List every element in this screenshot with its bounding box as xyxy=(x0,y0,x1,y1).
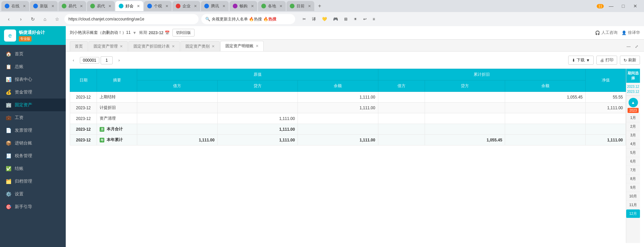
refresh-icon: ↻ xyxy=(624,58,627,63)
next-page-btn[interactable]: › xyxy=(115,57,123,64)
menu-icon-btn[interactable]: ≡ xyxy=(371,14,377,24)
browser-tab-2[interactable]: 易代 ✕ xyxy=(58,1,86,11)
game-icon-btn[interactable]: 🎮 xyxy=(331,14,340,24)
tab-close-7[interactable]: ✕ xyxy=(222,4,225,8)
home-btn[interactable]: ⌂ xyxy=(40,14,50,24)
sidebar-item-archive[interactable]: 🗂️ 归档管理 xyxy=(0,175,66,188)
tab-close-5[interactable]: ✕ xyxy=(165,4,168,8)
page-tab-detail[interactable]: 固定资产明细账 ✕ xyxy=(220,41,264,51)
period-month-2[interactable]: 2月 xyxy=(626,122,640,131)
browser-tab-4[interactable]: 好会 ✕ xyxy=(115,1,143,11)
browser-tab-0[interactable]: 在线 ✕ xyxy=(1,1,29,11)
tab-close-1[interactable]: ✕ xyxy=(51,4,54,8)
tab-label-4: 好会 xyxy=(125,3,133,9)
company-selector[interactable]: 刘小艳演示账套（勿删勿动！）11 ▼ xyxy=(70,30,137,36)
tab-close-8[interactable]: ✕ xyxy=(251,4,254,8)
sidebar-item-settings[interactable]: ⚙️ 设置 xyxy=(0,188,66,200)
page-tab-bar: 首页 固定资产管理 ✕ 固定资产折旧统计表 ✕ 固定资产类别 ✕ 固定资产明细账… xyxy=(66,40,644,52)
translate-icon-btn[interactable]: 译 xyxy=(310,14,318,24)
browser-tab-9[interactable]: 各地 ✕ xyxy=(258,1,286,11)
expand-icon[interactable]: ⤢ xyxy=(633,43,640,50)
browser-tab-10[interactable]: 目前 ✕ xyxy=(286,1,314,11)
sidebar-item-ledger[interactable]: 📋 总账 xyxy=(0,60,66,73)
tab-close-2[interactable]: ✕ xyxy=(80,4,83,8)
tab-bar: 在线 ✕ 新版 ✕ 易代 ✕ 易代 ✕ 好会 ✕ 个税 ✕ xyxy=(0,0,644,12)
address-input[interactable] xyxy=(64,14,199,24)
sidebar-label-settings: 设置 xyxy=(15,191,23,197)
browser-tab-8[interactable]: 畅购 ✕ xyxy=(229,1,257,11)
period-month-8[interactable]: 8月 xyxy=(626,175,640,183)
page-tab-depreciation-close[interactable]: ✕ xyxy=(172,44,175,49)
sidebar-item-guide[interactable]: 🎯 新手引导 xyxy=(0,200,66,213)
page-tab-assets-mgmt-close[interactable]: ✕ xyxy=(120,44,123,49)
browser-tab-6[interactable]: 企业 ✕ xyxy=(172,1,200,11)
page-tab-detail-close[interactable]: ✕ xyxy=(256,44,259,48)
maximize-btn[interactable]: □ xyxy=(619,1,628,11)
page-tab-depreciation-label: 固定资产折旧统计表 xyxy=(133,44,170,49)
period-month-11[interactable]: 11月 xyxy=(626,201,640,209)
wallet-icon-btn[interactable]: 💛 xyxy=(320,14,329,24)
page-tab-category-label: 固定资产类别 xyxy=(185,44,210,49)
browser-tab-3[interactable]: 易代 ✕ xyxy=(87,1,115,11)
scissors-icon-btn[interactable]: ✂ xyxy=(301,14,308,24)
bookmark-btn[interactable]: ☆ xyxy=(52,14,62,24)
service-btn[interactable]: 🎧 人工咨询 xyxy=(595,30,618,36)
tab-close-6[interactable]: ✕ xyxy=(194,4,197,8)
service-label: 人工咨询 xyxy=(601,30,618,36)
period-month-9[interactable]: 9月 xyxy=(626,183,640,192)
reload-btn[interactable]: ↻ xyxy=(28,14,38,24)
browser-tab-5[interactable]: 个税 ✕ xyxy=(144,1,172,11)
year-badge[interactable]: 2023 xyxy=(628,108,639,113)
sidebar-item-reports[interactable]: 📊 报表中心 xyxy=(0,73,66,86)
sidebar-item-payroll[interactable]: 💼 工资 xyxy=(0,111,66,124)
theme-icon-btn[interactable]: ☀ xyxy=(352,14,359,24)
period-month-5[interactable]: 5月 xyxy=(626,148,640,157)
tab-close-3[interactable]: ✕ xyxy=(108,4,111,8)
page-tab-assets-mgmt[interactable]: 固定资产管理 ✕ xyxy=(89,41,128,51)
minimize-btn[interactable]: — xyxy=(606,1,616,11)
print-btn[interactable]: 🖨 打印 xyxy=(596,56,617,65)
page-tab-category[interactable]: 固定资产类别 ✕ xyxy=(180,41,220,51)
refresh-btn[interactable]: ↻ 刷新 xyxy=(620,56,640,65)
back-btn[interactable]: ‹ xyxy=(4,14,13,24)
sidebar-item-close[interactable]: ✅ 结账 xyxy=(0,162,66,175)
cell-dep-debit-2 xyxy=(378,113,425,124)
tab-close-0[interactable]: ✕ xyxy=(23,4,26,8)
switch-to-old-btn[interactable]: 切到旧版 xyxy=(172,29,195,37)
close-browser-btn[interactable]: ✕ xyxy=(631,1,640,11)
page-tab-category-close[interactable]: ✕ xyxy=(212,44,215,49)
grid-icon-btn[interactable]: ⊞ xyxy=(342,14,350,24)
sidebar-item-assets[interactable]: 🏢 固定资产 xyxy=(0,99,66,111)
prev-page-btn[interactable]: ‹ xyxy=(70,57,77,64)
new-tab-button[interactable]: + xyxy=(315,1,324,11)
tab-close-4[interactable]: ✕ xyxy=(137,4,140,8)
period-month-7[interactable]: 7月 xyxy=(626,166,640,175)
tab-close-9[interactable]: ✕ xyxy=(279,4,282,8)
user-icon: 👤 xyxy=(622,30,627,35)
sidebar-item-invoice[interactable]: 📄 发票管理 xyxy=(0,124,66,137)
period-month-1[interactable]: 1月 xyxy=(626,114,640,122)
collapse-icon[interactable]: — xyxy=(625,43,632,50)
period-month-4[interactable]: 4月 xyxy=(626,140,640,148)
period-month-6[interactable]: 6月 xyxy=(626,157,640,166)
tab-close-10[interactable]: ✕ xyxy=(308,4,311,8)
download-btn[interactable]: ⬇ 下载 ▼ xyxy=(568,56,594,65)
sidebar-item-home[interactable]: 🏠 首页 xyxy=(0,48,66,60)
period-month-12[interactable]: 12月 xyxy=(626,209,640,218)
browser-tab-1[interactable]: 新版 ✕ xyxy=(30,1,58,11)
sidebar-item-cash[interactable]: 💰 资金管理 xyxy=(0,86,66,99)
forward-btn[interactable]: › xyxy=(16,14,25,24)
page-tab-depreciation[interactable]: 固定资产折旧统计表 ✕ xyxy=(128,41,180,51)
period-month-3[interactable]: 3月 xyxy=(626,131,640,140)
notification-badge[interactable]: 11 xyxy=(597,4,604,8)
page-number-input[interactable] xyxy=(101,56,113,64)
period-month-10[interactable]: 10月 xyxy=(626,192,640,201)
sidebar-item-tax[interactable]: 🧾 税务管理 xyxy=(0,149,66,162)
page-tab-home[interactable]: 首页 xyxy=(70,41,88,51)
user-btn[interactable]: 👤 徐译华 xyxy=(622,30,640,36)
sidebar-item-inventory[interactable]: 📦 进销台账 xyxy=(0,137,66,149)
undo-icon-btn[interactable]: ↩ xyxy=(361,14,369,24)
scroll-up-btn[interactable]: ▲ xyxy=(629,98,638,107)
tab-label-0: 在线 xyxy=(11,3,19,9)
browser-tab-7[interactable]: 腾讯 ✕ xyxy=(201,1,229,11)
